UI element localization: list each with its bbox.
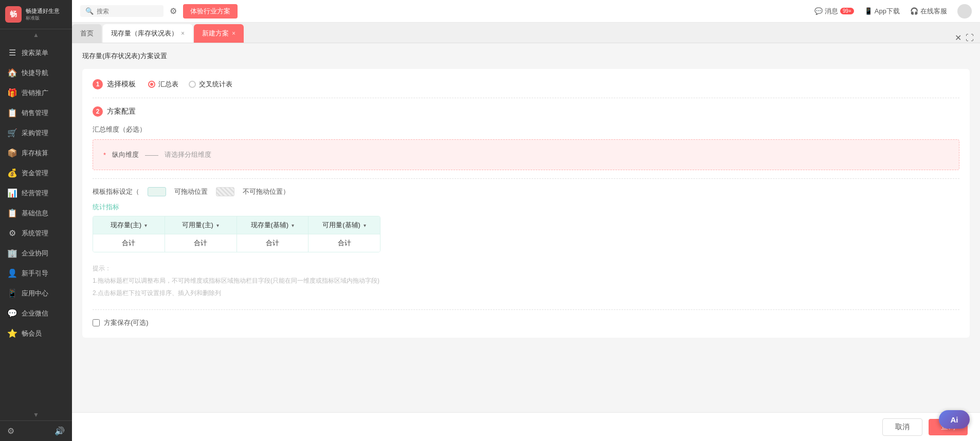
sidebar-item-system[interactable]: ⚙ 系统管理 xyxy=(0,223,72,243)
tab-inventory-close[interactable]: × xyxy=(181,30,185,37)
section2-title: 方案配置 xyxy=(107,107,136,116)
tab-expand-controls: ✕ ⛶ xyxy=(955,33,980,43)
stats-header-2[interactable]: 现存量(基辅) ▾ xyxy=(237,216,309,234)
search-box[interactable]: 🔍 xyxy=(80,5,164,17)
chevron-down-icon-2: ▾ xyxy=(292,223,294,228)
cart-icon: 🛒 xyxy=(7,128,17,138)
content-area: 现存量(库存状况表)方案设置 1 选择模板 汇总表 交叉统计表 xyxy=(72,43,980,412)
sidebar-item-member[interactable]: ⭐ 畅会员 xyxy=(0,323,72,343)
wechat-icon: 💬 xyxy=(7,308,17,318)
sidebar-scroll-up[interactable]: ▲ xyxy=(0,29,72,41)
info-icon: 📋 xyxy=(7,208,17,218)
newbie-icon: 👤 xyxy=(7,268,17,278)
no-drag-label: 不可拖动位置） xyxy=(243,187,289,196)
sidebar-logo: 畅 畅捷通好生意 标准版 xyxy=(0,0,72,29)
section-divider-2 xyxy=(93,178,959,179)
topbar: 🔍 ⚙ 体验行业方案 💬 消息 99+ 📱 App下载 🎧 在线客服 xyxy=(72,0,980,23)
indicators-row: 模板指标设定（ 可拖动位置 不可拖动位置） xyxy=(93,187,959,196)
radio-cross[interactable]: 交叉统计表 xyxy=(189,80,232,89)
sidebar-item-enterprise[interactable]: 🏢 企业协同 xyxy=(0,243,72,263)
section1-title: 选择模板 xyxy=(107,80,136,89)
action-bar: 取消 查询 xyxy=(72,412,980,441)
sidebar-item-newbie[interactable]: 👤 新手引导 xyxy=(0,263,72,283)
sidebar-scroll-down[interactable]: ▼ xyxy=(0,409,72,420)
app-icon: 📱 xyxy=(7,288,17,298)
draggable-indicator-demo xyxy=(148,187,166,196)
sidebar-item-quick-nav[interactable]: 🏠 快捷导航 xyxy=(0,63,72,83)
stats-table: 现存量(主) ▾ 可用量(主) ▾ 现存量(基辅) ▾ 可用量(基辅) xyxy=(93,216,380,252)
trial-button[interactable]: 体验行业方案 xyxy=(183,4,238,19)
sidebar-item-purchase[interactable]: 🛒 采购管理 xyxy=(0,123,72,143)
save-checkbox[interactable] xyxy=(93,319,100,326)
save-label[interactable]: 方案保存(可选) xyxy=(104,318,149,327)
tip-line-1: 1.拖动标题栏可以调整布局，不可跨维度或指标区域拖动栏目字段(只能在同一维度或指… xyxy=(93,274,959,287)
message-button[interactable]: 💬 消息 99+ xyxy=(814,7,854,16)
cancel-button[interactable]: 取消 xyxy=(882,418,922,436)
tab-new-scheme-close[interactable]: × xyxy=(232,30,235,37)
stats-title: 统计指标 xyxy=(93,203,959,212)
member-icon: ⭐ xyxy=(7,328,17,338)
search-icon: 🔍 xyxy=(85,7,94,15)
tab-new-scheme[interactable]: 新建方案 × xyxy=(194,24,244,43)
tips-area: 提示： 1.拖动标题栏可以调整布局，不可跨维度或指标区域拖动栏目字段(只能在同一… xyxy=(93,262,959,299)
tab-inventory-status[interactable]: 现存量（库存状况表） × xyxy=(103,24,193,43)
tab-close-all[interactable]: ✕ xyxy=(955,33,961,43)
enterprise-icon: 🏢 xyxy=(7,248,17,258)
system-icon: ⚙ xyxy=(7,228,17,238)
gear-icon[interactable]: ⚙ xyxy=(170,6,177,16)
sidebar-item-app-center[interactable]: 📱 应用中心 xyxy=(0,283,72,303)
message-badge: 99+ xyxy=(840,8,854,14)
sidebar-item-finance[interactable]: 💰 资金管理 xyxy=(0,163,72,183)
tabbar: 首页 现存量（库存状况表） × 新建方案 × ✕ ⛶ xyxy=(72,23,980,43)
sidebar-item-marketing[interactable]: 🎁 营销推广 xyxy=(0,83,72,103)
stats-header-0[interactable]: 现存量(主) ▾ xyxy=(93,216,165,234)
mobile-icon: 📱 xyxy=(864,7,873,15)
sidebar-item-search[interactable]: ☰ 搜索菜单 xyxy=(0,43,72,63)
online-service-button[interactable]: 🎧 在线客服 xyxy=(910,7,947,16)
no-drag-indicator-demo xyxy=(216,187,234,196)
sidebar-footer: ⚙ 🔊 xyxy=(0,420,72,441)
search-icon: ☰ xyxy=(7,48,17,58)
page-title: 现存量(库存状况表)方案设置 xyxy=(82,51,970,61)
sales-icon: 📋 xyxy=(7,108,17,118)
sound-button[interactable]: 🔊 xyxy=(55,426,65,436)
tab-home[interactable]: 首页 xyxy=(72,24,102,43)
sidebar-nav: ☰ 搜索菜单 🏠 快捷导航 🎁 营销推广 📋 销售管理 🛒 采购管理 📦 库存核… xyxy=(0,41,72,409)
stats-cell-0-2: 合计 xyxy=(237,234,309,252)
ai-button[interactable]: Ai xyxy=(939,410,970,429)
chevron-down-icon-1: ▾ xyxy=(216,223,219,228)
money-icon: 💰 xyxy=(7,168,17,178)
radio-summary[interactable]: 汇总表 xyxy=(148,80,178,89)
chevron-down-icon-0: ▾ xyxy=(144,223,147,228)
required-mark: * xyxy=(103,151,106,159)
logo-icon: 畅 xyxy=(5,6,22,23)
gift-icon: 🎁 xyxy=(7,88,17,98)
stats-cell-0-1: 合计 xyxy=(165,234,237,252)
sidebar-item-basic-info[interactable]: 📋 基础信息 xyxy=(0,203,72,223)
user-avatar[interactable] xyxy=(957,4,972,19)
app-download-button[interactable]: 📱 App下载 xyxy=(864,7,900,16)
radio-cross-dot xyxy=(189,81,196,88)
sidebar-item-wechat[interactable]: 💬 企业微信 xyxy=(0,303,72,323)
section1-card: 1 选择模板 汇总表 交叉统计表 2 方案配置 xyxy=(82,69,970,338)
section2-header: 2 方案配置 xyxy=(93,106,959,117)
tip-line-2: 2.点击标题栏下拉可设置排序、插入列和删除列 xyxy=(93,287,959,299)
sidebar: 畅 畅捷通好生意 标准版 ▲ ☰ 搜索菜单 🏠 快捷导航 🎁 营销推广 📋 销售… xyxy=(0,0,72,441)
headset-icon: 🎧 xyxy=(910,7,918,15)
sidebar-item-operation[interactable]: 📊 经营管理 xyxy=(0,183,72,203)
tab-maximize[interactable]: ⛶ xyxy=(966,33,974,43)
stats-header-3[interactable]: 可用量(基辅) ▾ xyxy=(308,216,380,234)
sidebar-item-sales[interactable]: 📋 销售管理 xyxy=(0,103,72,123)
stats-header-1[interactable]: 可用量(主) ▾ xyxy=(165,216,237,234)
footer-save: 方案保存(可选) xyxy=(93,309,959,327)
chevron-down-icon-3: ▾ xyxy=(364,223,366,228)
indicator-label: 模板指标设定（ xyxy=(93,187,139,196)
dimension-box[interactable]: * 纵向维度 —— 请选择分组维度 xyxy=(93,139,959,170)
sidebar-item-inventory[interactable]: 📦 库存核算 xyxy=(0,143,72,163)
section1-num: 1 xyxy=(93,79,103,89)
section-divider-1 xyxy=(93,98,959,98)
search-input[interactable] xyxy=(97,8,158,15)
settings-button[interactable]: ⚙ xyxy=(7,426,14,436)
dimension-label: 汇总维度（必选） xyxy=(93,125,959,134)
draggable-label: 可拖动位置 xyxy=(174,187,208,196)
